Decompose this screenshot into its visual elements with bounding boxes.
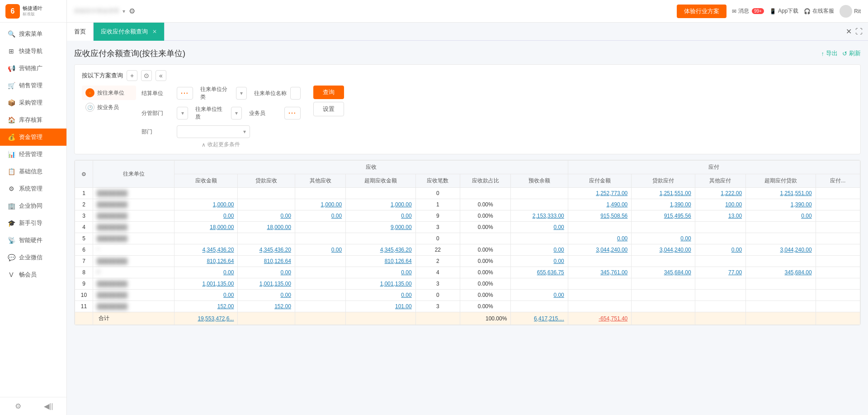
tab-ar-ap[interactable]: 应收应付余额查询 ✕ [94,23,165,41]
operation-icon: 📊 [7,151,15,158]
sidebar-item-operation[interactable]: 📊 经营管理 [0,146,66,163]
partner-cell: ████████ [93,278,175,290]
chevron-down-icon-2: ▾ [181,110,184,116]
query-buttons: 查询 设置 [313,86,344,148]
tab-close-icon[interactable]: ✕ [152,29,157,35]
col-partner-header: 往来单位 [93,161,175,188]
settlement-unit-label: 结算单位 [142,90,173,97]
tab-close-window-icon[interactable]: ✕ [846,27,852,36]
total-ap-amount[interactable]: -654,751.40 [568,312,631,325]
filter-partner-nature: 往来单位性质 ▾ [195,105,242,121]
col-settings-header[interactable]: ⚙ [75,161,93,188]
sidebar-item-finance[interactable]: 💰 资金管理 [0,129,66,146]
partner-cell: ████████ [93,210,175,222]
sidebar: 6 畅捷通叶 标准版 🔍 搜索菜单 ⊞ 快捷导航 📢 营销推广 🛒 销售管 [0,0,67,415]
table-scroll-container[interactable]: ⚙ 往来单位 应收 应付 应收金额 贷款应收 其他应收 超期应收金额 应收笔数 [75,160,860,325]
col-ar-loan-header: 贷款应收 [238,174,295,188]
smart-icon: 📡 [7,237,15,244]
partner-nav-icon: 🔸 [85,88,94,97]
col-ap-overdue-header: 超期应付贷款 [746,174,816,188]
sidebar-item-guide[interactable]: 🎓 新手引导 [0,215,66,232]
refresh-button[interactable]: ↺ 刷新 [842,49,861,57]
industry-solution-button[interactable]: 体验行业方案 [677,5,726,18]
query-button[interactable]: 查询 [313,86,344,99]
partner-category-select[interactable]: ▾ [236,87,247,100]
service-icon: 🎧 [804,8,811,14]
collab-icon: 🏢 [7,202,15,210]
table-row: 5████████00.000.00 [75,233,860,244]
page-header-buttons: ↑ 导出 ↺ 刷新 [821,49,861,57]
app-name: 畅捷通叶 [23,5,42,11]
col-ap-amount-header: 应付金额 [568,174,631,188]
total-ar-overdue [346,312,416,325]
page-content: 应收应付余额查询(按往来单位) ↑ 导出 ↺ 刷新 按以下方案查询 + [67,41,868,415]
partner-name-label: 往来单位名称 [254,90,287,97]
partner-cell: ████████ [93,233,175,244]
partner-nature-select[interactable]: ▾ [231,107,242,119]
search-icon: 🔍 [7,30,15,38]
partner-cell: ████████ [93,199,175,210]
chevron-down-icon[interactable]: ▾ [123,8,125,14]
app-badge: 标准版 [23,11,42,17]
sidebar-menu: 🔍 搜索菜单 ⊞ 快捷导航 📢 营销推广 🛒 销售管理 📦 采购管理 🏠 [0,23,66,397]
messages-btn[interactable]: ✉ 消息 99+ [732,7,764,15]
total-ar-amount[interactable]: 19,553,472,6... [175,312,238,325]
sidebar-item-wechat[interactable]: 💬 企业微信 [0,249,66,266]
filter-dept: 分管部门 ▾ [142,107,188,119]
filter-nav-by-salesperson[interactable]: 🕐 按业务员 [82,100,136,114]
col-ap-more-header: 应付... [816,174,860,188]
total-settings-cell [75,312,93,325]
sidebar-item-collab[interactable]: 🏢 企业协同 [0,197,66,215]
guide-icon: 🎓 [7,219,15,227]
inventory-icon: 🏠 [7,116,15,124]
header-settings-icon[interactable]: ⚙ [129,7,135,15]
filter-collapse-btn[interactable]: « [156,70,166,81]
col-ap-other-header: 其他应付 [695,174,745,188]
department-select[interactable]: ▾ [177,125,250,138]
sidebar-item-smart[interactable]: 📡 智能硬件 [0,232,66,249]
sidebar-item-inventory[interactable]: 🏠 库存核算 [0,111,66,129]
page-title: 应收应付余额查询(按往来单位) [74,48,185,59]
total-label: 合计 [93,312,175,325]
filter-nav: 🔸 按往来单位 🕐 按业务员 [82,86,136,148]
messages-badge: 99+ [752,8,764,14]
filter-area: 按以下方案查询 + ⊙ « 🔸 按往来单位 🕐 按业务员 [74,64,861,154]
sidebar-item-search[interactable]: 🔍 搜索菜单 [0,25,66,43]
collapse-icon: ∧ [202,142,206,148]
filter-nav-by-partner[interactable]: 🔸 按往来单位 [82,86,136,100]
sidebar-settings-btn[interactable]: ⚙ [5,402,32,410]
col-prepay-header: 预收余额 [511,174,568,188]
settlement-unit-input[interactable]: ··· [177,87,193,100]
sidebar-item-system[interactable]: ⚙ 系统管理 [0,180,66,197]
settings-button[interactable]: 设置 [313,102,344,116]
basic-icon: 📋 [7,168,15,175]
filter-add-btn[interactable]: + [127,70,137,81]
collapse-bar[interactable]: ∧ 收起更多条件 [142,141,301,148]
total-ap-loan [632,312,695,325]
user-info-btn[interactable]: Rit [840,5,861,18]
table-row: 6^4,345,436.204,345,436.200.004,345,436.… [75,244,860,256]
filter-target-btn[interactable]: ⊙ [141,70,152,81]
tab-home[interactable]: 首页 [67,23,94,41]
sidebar-item-shortcut[interactable]: ⊞ 快捷导航 [0,43,66,60]
tab-expand-icon[interactable]: ⛶ [855,28,863,36]
sidebar-item-purchase[interactable]: 📦 采购管理 [0,94,66,111]
app-download-btn[interactable]: 📱 App下载 [769,7,798,15]
sidebar-collapse-btn[interactable]: ◀|| [35,402,62,410]
dept-select[interactable]: ▾ [177,107,188,119]
export-button[interactable]: ↑ 导出 [821,49,838,57]
sidebar-item-basic[interactable]: 📋 基础信息 [0,163,66,180]
partner-cell: ████████ [93,301,175,312]
wechat-icon: 💬 [7,254,15,261]
col-ar-amount-header: 应收金额 [175,174,238,188]
top-header: 应收应付/资金管理 ▾ ⚙ 体验行业方案 ✉ 消息 99+ 📱 App下载 🎧 … [67,0,868,23]
salesperson-input[interactable]: ··· [284,107,301,119]
total-prepay[interactable]: 6,417,215.... [511,312,568,325]
main-content: 应收应付/资金管理 ▾ ⚙ 体验行业方案 ✉ 消息 99+ 📱 App下载 🎧 … [67,0,868,415]
sidebar-item-marketing[interactable]: 📢 营销推广 [0,60,66,77]
sidebar-item-sales[interactable]: 🛒 销售管理 [0,77,66,94]
online-service-btn[interactable]: 🎧 在线客服 [804,7,834,15]
sidebar-item-vip[interactable]: V 畅会员 [0,266,66,283]
partner-name-input[interactable] [290,87,301,100]
filter-partner-name: 往来单位名称 [254,87,301,100]
